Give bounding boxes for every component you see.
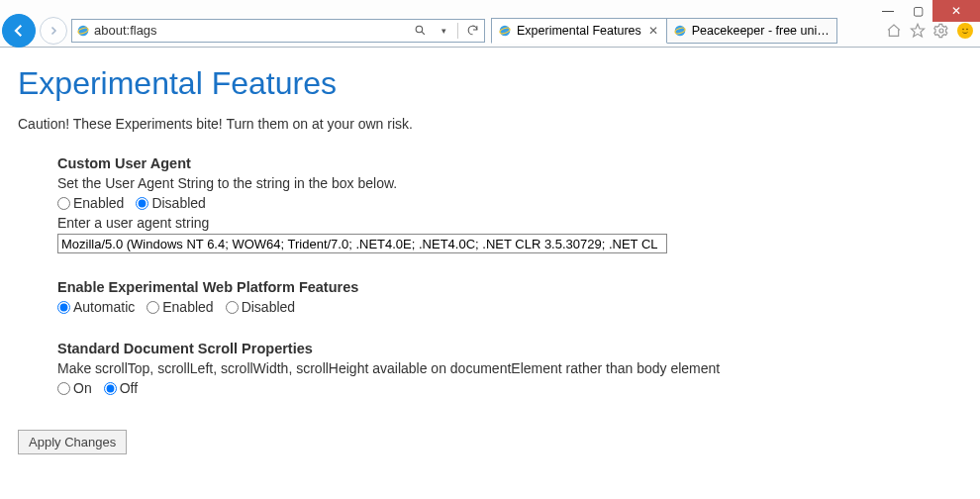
svg-point-9 xyxy=(939,29,943,33)
radio-input[interactable] xyxy=(57,197,70,210)
command-bar xyxy=(885,22,974,40)
svg-line-3 xyxy=(422,32,425,35)
smiley-icon[interactable] xyxy=(956,22,974,40)
ie-logo-icon xyxy=(76,24,90,38)
section-title: Enable Experimental Web Platform Feature… xyxy=(57,279,962,295)
section-title: Custom User Agent xyxy=(57,155,962,171)
radio-label: On xyxy=(73,380,92,396)
forward-button[interactable] xyxy=(40,17,67,45)
address-input[interactable] xyxy=(94,23,406,38)
tab-label: Experimental Features xyxy=(517,24,641,38)
minimize-button[interactable]: — xyxy=(873,0,903,22)
radio-ua-enabled[interactable]: Enabled xyxy=(57,195,124,211)
apply-changes-button[interactable]: Apply Changes xyxy=(18,430,127,454)
close-button[interactable]: ✕ xyxy=(932,0,980,22)
address-bar[interactable]: ▾ xyxy=(71,19,485,43)
page-title: Experimental Features xyxy=(18,65,962,102)
favorites-icon[interactable] xyxy=(909,22,927,40)
tab-experimental-features[interactable]: Experimental Features ✕ xyxy=(491,18,667,44)
radio-input[interactable] xyxy=(147,301,159,314)
ie-logo-icon xyxy=(673,24,687,38)
webplat-radio-group: Automatic Enabled Disabled xyxy=(57,299,962,315)
radio-input[interactable] xyxy=(226,301,239,314)
radio-label: Off xyxy=(120,380,138,396)
radio-scroll-off[interactable]: Off xyxy=(104,380,138,396)
section-desc: Make scrollTop, scrollLeft, scrollWidth,… xyxy=(57,360,962,376)
svg-point-11 xyxy=(967,29,968,30)
radio-input[interactable] xyxy=(104,382,117,395)
tab-label: Peacekeeper - free universa… xyxy=(692,24,831,38)
tab-strip: Experimental Features ✕ Peacekeeper - fr… xyxy=(491,18,837,44)
tab-close-icon[interactable]: ✕ xyxy=(646,24,660,38)
refresh-icon[interactable] xyxy=(462,21,482,41)
section-scroll-properties: Standard Document Scroll Properties Make… xyxy=(57,341,962,396)
radio-webplat-enabled[interactable]: Enabled xyxy=(147,299,213,315)
ie-logo-icon xyxy=(498,24,512,38)
radio-input[interactable] xyxy=(57,301,70,314)
gear-icon[interactable] xyxy=(932,22,950,40)
radio-label: Disabled xyxy=(242,299,295,315)
radio-scroll-on[interactable]: On xyxy=(57,380,92,396)
radio-label: Disabled xyxy=(151,195,205,211)
svg-point-6 xyxy=(675,25,686,36)
radio-webplat-automatic[interactable]: Automatic xyxy=(57,299,135,315)
ua-string-input[interactable] xyxy=(57,234,667,253)
ua-radio-group: Enabled Disabled xyxy=(57,195,962,211)
section-web-platform: Enable Experimental Web Platform Feature… xyxy=(57,279,962,315)
radio-webplat-disabled[interactable]: Disabled xyxy=(226,299,295,315)
search-dropdown-icon[interactable]: ▾ xyxy=(434,21,453,41)
browser-chrome: ▾ Experimental Features ✕ Peacekeeper - … xyxy=(0,0,980,48)
svg-marker-8 xyxy=(911,24,924,37)
window-controls: — ▢ ✕ xyxy=(873,0,980,22)
page-content: Experimental Features Caution! These Exp… xyxy=(0,48,980,472)
back-button[interactable] xyxy=(2,14,36,48)
section-desc: Set the User Agent String to the string … xyxy=(57,175,962,191)
radio-label: Automatic xyxy=(73,299,135,315)
scroll-radio-group: On Off xyxy=(57,380,962,396)
radio-input[interactable] xyxy=(57,382,70,395)
separator xyxy=(457,23,458,39)
radio-ua-disabled[interactable]: Disabled xyxy=(136,195,205,211)
svg-point-10 xyxy=(963,29,964,30)
caution-text: Caution! These Experiments bite! Turn th… xyxy=(18,116,962,132)
svg-point-0 xyxy=(78,25,89,36)
section-custom-user-agent: Custom User Agent Set the User Agent Str… xyxy=(57,155,962,253)
radio-label: Enabled xyxy=(73,195,124,211)
section-title: Standard Document Scroll Properties xyxy=(57,341,962,356)
home-icon[interactable] xyxy=(885,22,903,40)
radio-input[interactable] xyxy=(136,197,148,210)
ua-input-label: Enter a user agent string xyxy=(57,215,962,231)
svg-point-2 xyxy=(416,26,423,33)
search-icon[interactable] xyxy=(410,21,430,41)
tab-peacekeeper[interactable]: Peacekeeper - free universa… xyxy=(667,18,837,44)
svg-point-4 xyxy=(500,25,511,36)
radio-label: Enabled xyxy=(162,299,213,315)
maximize-button[interactable]: ▢ xyxy=(903,0,932,22)
